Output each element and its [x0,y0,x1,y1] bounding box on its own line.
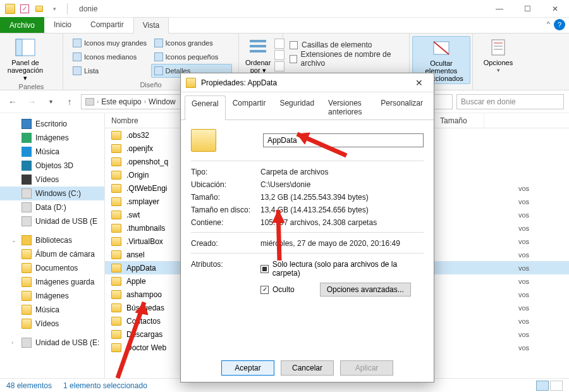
nav-panel-label: Panel de navegación ▾ [6,59,44,82]
back-button[interactable]: ← [5,94,20,109]
folder-icon [111,277,121,286]
svg-rect-1 [16,39,22,56]
tree-data-d[interactable]: Data (D:) [0,200,104,214]
folder-icon [111,144,121,153]
folder-icon [111,330,121,339]
file-size: vos [518,198,569,205]
dialog-close-button[interactable]: ✕ [410,75,429,91]
tab-archivo[interactable]: Archivo [0,17,44,33]
tree-album[interactable]: Álbum de cámara [0,247,104,261]
dlg-tab-personalizar[interactable]: Personalizar [374,95,430,119]
tab-vista[interactable]: Vista [133,17,169,34]
val-ubicacion: C:\Users\donie [260,180,424,189]
layout-medium[interactable]: Iconos medianos [70,50,151,64]
ribbon-tabs: Archivo Inicio Compartir Vista ^ ? [0,18,569,34]
aceptar-button[interactable]: Aceptar [221,360,274,376]
forward-button[interactable]: → [24,94,39,109]
dlg-tab-compartir[interactable]: Compartir [226,95,273,119]
val-tamano: 13,2 GB (14.255.543.394 bytes) [260,193,424,202]
layout-very-big[interactable]: Iconos muy grandes [70,36,151,50]
chk-extensiones[interactable]: Extensiones de nombre de archivo [290,52,403,65]
folder-icon [111,237,121,246]
opciones-button[interactable]: Opciones ▾ [479,36,517,74]
dlg-tab-versiones[interactable]: Versiones anteriores [321,95,374,119]
dlg-tab-general[interactable]: General [185,95,226,120]
aplicar-button[interactable]: Aplicar [340,360,393,376]
tree-windows-c[interactable]: Windows (C:) [0,187,104,200]
qat-dropdown-icon[interactable]: ▾ [49,4,59,14]
layout-list[interactable]: Lista [70,64,151,78]
file-size: vos [518,238,569,245]
ribbon-collapse-icon[interactable]: ^ [547,20,550,28]
folder-icon [111,250,121,259]
ordenar-button[interactable]: Ordenar por ▾ [245,36,271,74]
folder-icon [111,197,121,206]
val-tipo: Carpeta de archivos [260,168,424,176]
tree-obj3d[interactable]: Objetos 3D [0,159,104,173]
opciones-avanzadas-button[interactable]: Opciones avanzadas... [320,283,411,297]
file-size: vos [518,278,569,285]
tree-imagenes[interactable]: Imágenes [0,131,104,145]
nav-tree[interactable]: Escritorio Imágenes Música Objetos 3D Ví… [0,113,105,378]
group-paneles-label: Paneles [6,82,56,90]
folder-icon [111,303,121,312]
svg-rect-2 [250,40,266,42]
pc-icon [85,98,94,106]
help-icon[interactable]: ? [554,19,565,30]
tree-musica[interactable]: Música [0,145,104,159]
folder-icon [111,317,121,326]
folder-small-icon [34,4,44,14]
chk-casillas[interactable]: Casillas de elemento [290,39,403,51]
tree-usb2[interactable]: ›Unidad de USB (E: [0,336,104,350]
folder-name-input[interactable] [263,133,424,147]
cancelar-button[interactable]: Cancelar [281,360,334,376]
tree-documentos[interactable]: Documentos [0,261,104,275]
tab-compartir[interactable]: Compartir [81,16,133,33]
dialog-title: Propiedades: AppData [201,78,277,87]
tree-videos2[interactable]: Vídeos [0,317,104,331]
tree-imagenes2[interactable]: Imágenes [0,289,104,303]
file-size: vos [518,185,569,192]
folder-icon [111,290,121,299]
chk-oculto[interactable] [260,286,269,294]
tree-videos[interactable]: Vídeos [0,173,104,187]
layout-big[interactable]: Iconos grandes [151,36,233,50]
crumb-win[interactable]: Window [149,97,176,106]
svg-rect-3 [250,45,266,47]
maximize-button[interactable]: ☐ [513,0,541,18]
tree-usb[interactable]: Unidad de USB (E [0,214,104,228]
search-input[interactable]: Buscar en donie [456,94,564,109]
file-size: vos [518,224,569,232]
close-button[interactable]: ✕ [541,0,569,18]
col-tamano[interactable]: Tamaño [434,113,484,128]
folder-icon [111,157,121,166]
folder-icon [111,224,121,233]
tab-inicio[interactable]: Inicio [44,16,81,33]
recent-dropdown[interactable]: ▾ [43,94,58,109]
folder-icon [111,171,121,180]
up-button[interactable]: ↑ [62,94,77,109]
nav-panel-button[interactable]: Panel de navegación ▾ [6,36,44,82]
tree-bibliotecas[interactable]: ⌄Bibliotecas [0,233,104,247]
tree-escritorio[interactable]: Escritorio [0,117,104,131]
tree-img-guard[interactable]: Imágenes guarda [0,275,104,289]
svg-rect-4 [250,50,266,52]
dialog-big-folder-icon [191,129,216,152]
layout-gallery[interactable]: Iconos muy grandes Iconos grandes Iconos… [70,36,232,78]
layout-small[interactable]: Iconos pequeños [151,50,233,64]
status-count: 48 elementos [6,381,52,390]
view-details-icon[interactable] [536,381,549,391]
minimize-button[interactable]: — [486,0,513,18]
view-thumbs-icon[interactable] [550,381,563,391]
svg-rect-7 [492,40,505,55]
dialog-folder-icon [186,78,196,88]
tree-musica2[interactable]: Música [0,303,104,317]
val-disco: 13,4 GB (14.413.254.656 bytes) [260,205,424,214]
crumb-pc[interactable]: Este equipo [101,97,141,106]
file-size: vos [518,211,569,219]
folder-icon [111,131,121,140]
val-creado: miércoles, 27 de mayo de 2020, 20:16:49 [260,239,424,248]
chk-solo-lectura[interactable] [260,265,269,273]
dlg-tab-seguridad[interactable]: Seguridad [272,95,321,119]
checkbox-icon[interactable]: ✓ [20,4,29,13]
